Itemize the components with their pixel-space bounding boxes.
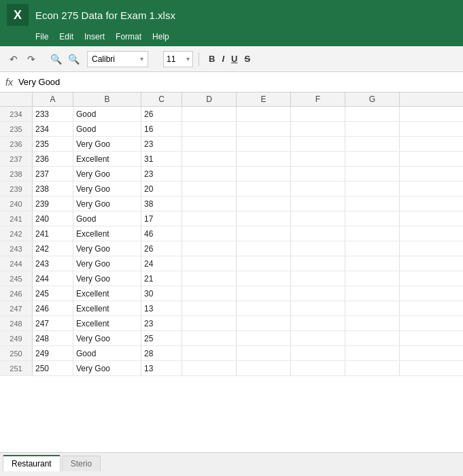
col-header-e[interactable]: E [237, 92, 291, 106]
col-header-g[interactable]: G [345, 92, 400, 106]
cell-e[interactable] [237, 182, 291, 196]
col-header-f[interactable]: F [291, 92, 345, 106]
cell-b[interactable]: Good [73, 122, 141, 136]
cell-b[interactable]: Excellent [73, 316, 141, 330]
cell-b[interactable]: Very Goo [73, 137, 141, 151]
cell-d[interactable] [182, 211, 237, 226]
sheet-tab-restaurant[interactable]: Restaurant [3, 455, 61, 471]
cell-d[interactable] [182, 226, 237, 241]
italic-button[interactable]: I [220, 51, 226, 67]
cell-b[interactable]: Excellent [73, 286, 141, 301]
cell-d[interactable] [182, 301, 237, 316]
cell-g[interactable] [345, 182, 400, 196]
cell-d[interactable] [182, 241, 237, 256]
cell-c[interactable]: 23 [141, 137, 182, 151]
cell-f[interactable] [291, 346, 345, 360]
table-row[interactable]: 241 240 Good 17 [0, 211, 463, 226]
cell-a[interactable]: 235 [33, 137, 73, 151]
cell-d[interactable] [182, 182, 237, 196]
zoom-in-button[interactable]: 🔍 [48, 51, 64, 67]
table-row[interactable]: 246 245 Excellent 30 [0, 286, 463, 301]
cell-g[interactable] [345, 256, 400, 271]
cell-d[interactable] [182, 122, 237, 136]
undo-button[interactable]: ↶ [5, 51, 22, 67]
cell-e[interactable] [237, 137, 291, 151]
cell-a[interactable]: 240 [33, 211, 73, 226]
cell-g[interactable] [345, 316, 400, 330]
cell-d[interactable] [182, 346, 237, 360]
table-row[interactable]: 251 250 Very Goo 13 [0, 361, 463, 376]
table-row[interactable]: 236 235 Very Goo 23 [0, 137, 463, 152]
cell-d[interactable] [182, 286, 237, 301]
cell-c[interactable]: 23 [141, 167, 182, 181]
table-row[interactable]: 249 248 Very Goo 25 [0, 331, 463, 346]
cell-g[interactable] [345, 152, 400, 166]
cell-e[interactable] [237, 301, 291, 316]
table-row[interactable]: 244 243 Very Goo 24 [0, 256, 463, 271]
cell-d[interactable] [182, 361, 237, 375]
cell-b[interactable]: Very Goo [73, 331, 141, 345]
cell-b[interactable]: Good [73, 211, 141, 226]
cell-e[interactable] [237, 331, 291, 345]
cell-a[interactable]: 250 [33, 361, 73, 375]
cell-e[interactable] [237, 316, 291, 330]
cell-f[interactable] [291, 137, 345, 151]
cell-b[interactable]: Good [73, 107, 141, 121]
cell-a[interactable]: 243 [33, 256, 73, 271]
cell-c[interactable]: 26 [141, 241, 182, 256]
cell-a[interactable]: 245 [33, 286, 73, 301]
cell-d[interactable] [182, 316, 237, 330]
table-row[interactable]: 240 239 Very Goo 38 [0, 197, 463, 211]
cell-f[interactable] [291, 167, 345, 181]
table-row[interactable]: 248 247 Excellent 23 [0, 316, 463, 331]
formula-input[interactable] [18, 77, 458, 87]
cell-a[interactable]: 234 [33, 122, 73, 136]
cell-c[interactable]: 30 [141, 286, 182, 301]
cell-g[interactable] [345, 241, 400, 256]
cell-d[interactable] [182, 152, 237, 166]
cell-c[interactable]: 23 [141, 316, 182, 330]
sheet-tab-sterio[interactable]: Sterio [62, 456, 101, 471]
cell-a[interactable]: 236 [33, 152, 73, 166]
cell-f[interactable] [291, 331, 345, 345]
cell-f[interactable] [291, 122, 345, 136]
bold-button[interactable]: B [207, 51, 217, 67]
col-header-a[interactable]: A [33, 92, 73, 106]
cell-g[interactable] [345, 226, 400, 241]
table-row[interactable]: 239 238 Very Goo 20 [0, 182, 463, 197]
cell-b[interactable]: Very Goo [73, 241, 141, 256]
cell-e[interactable] [237, 152, 291, 166]
table-row[interactable]: 235 234 Good 16 [0, 122, 463, 137]
cell-a[interactable]: 248 [33, 331, 73, 345]
cell-b[interactable]: Very Goo [73, 256, 141, 271]
cell-c[interactable]: 25 [141, 331, 182, 345]
cell-c[interactable]: 21 [141, 271, 182, 286]
cell-a[interactable]: 249 [33, 346, 73, 360]
cell-g[interactable] [345, 346, 400, 360]
cell-a[interactable]: 242 [33, 241, 73, 256]
cell-a[interactable]: 241 [33, 226, 73, 241]
cell-c[interactable]: 38 [141, 197, 182, 211]
table-row[interactable]: 237 236 Excellent 31 [0, 152, 463, 167]
cell-d[interactable] [182, 197, 237, 211]
cell-e[interactable] [237, 211, 291, 226]
col-header-d[interactable]: D [182, 92, 237, 106]
cell-e[interactable] [237, 226, 291, 241]
table-row[interactable]: 234 233 Good 26 [0, 107, 463, 122]
cell-b[interactable]: Excellent [73, 152, 141, 166]
cell-f[interactable] [291, 316, 345, 330]
cell-c[interactable]: 28 [141, 346, 182, 360]
cell-e[interactable] [237, 107, 291, 121]
cell-d[interactable] [182, 256, 237, 271]
cell-f[interactable] [291, 361, 345, 375]
cell-g[interactable] [345, 211, 400, 226]
cell-g[interactable] [345, 361, 400, 375]
redo-button[interactable]: ↷ [23, 51, 39, 67]
font-name-selector[interactable]: Calibri ▾ [87, 51, 148, 67]
cell-c[interactable]: 17 [141, 211, 182, 226]
cell-c[interactable]: 24 [141, 256, 182, 271]
cell-c[interactable]: 13 [141, 301, 182, 316]
cell-f[interactable] [291, 211, 345, 226]
cell-g[interactable] [345, 107, 400, 121]
cell-a[interactable]: 244 [33, 271, 73, 286]
